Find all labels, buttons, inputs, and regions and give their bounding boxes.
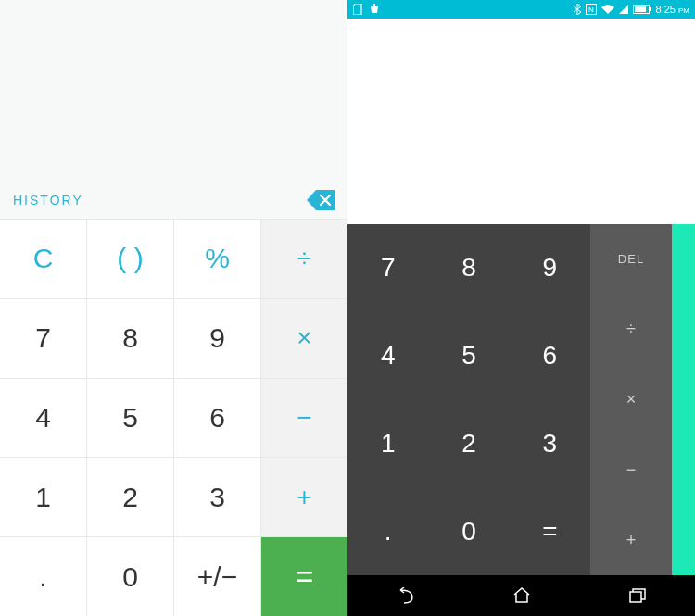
home-icon	[512, 587, 531, 604]
digit-4-key[interactable]: 4	[348, 312, 428, 400]
digit-0-key[interactable]: 0	[87, 537, 173, 616]
back-button[interactable]	[396, 587, 416, 604]
keypad-wrap: 7 8 9 4 5 6 1 2 3 . 0 = DEL ÷ × − +	[348, 224, 695, 575]
navigation-bar	[348, 575, 695, 616]
status-bar: N 8:25 PM	[348, 0, 695, 19]
keypad: C ( ) % ÷ 7 8 9 × 4 5 6 − 1 2 3 + . 0 +/…	[0, 219, 348, 616]
multiply-key[interactable]: ×	[590, 365, 672, 435]
divide-key[interactable]: ÷	[261, 220, 348, 298]
delete-key[interactable]: DEL	[590, 224, 672, 295]
svg-rect-3	[650, 7, 651, 11]
signal-icon	[619, 5, 628, 14]
decimal-key[interactable]: .	[348, 487, 428, 575]
nfc-icon: N	[586, 4, 597, 15]
digit-8-key[interactable]: 8	[428, 224, 509, 312]
bluetooth-icon	[574, 4, 581, 15]
download-icon	[369, 4, 380, 15]
negate-key[interactable]: +/−	[174, 537, 260, 616]
minus-key[interactable]: −	[261, 379, 348, 458]
digit-7-key[interactable]: 7	[348, 224, 428, 312]
decimal-key[interactable]: .	[0, 537, 86, 616]
home-button[interactable]	[512, 587, 531, 604]
right-calculator: N 8:25 PM 7 8 9 4 5 6 1 2 3 . 0 = DEL ÷ …	[348, 0, 695, 616]
digit-5-key[interactable]: 5	[87, 379, 173, 458]
recents-button[interactable]	[628, 587, 647, 604]
digit-6-key[interactable]: 6	[174, 379, 260, 458]
advanced-panel-handle[interactable]	[672, 224, 695, 575]
digit-1-key[interactable]: 1	[0, 458, 86, 536]
digit-0-key[interactable]: 0	[428, 487, 509, 575]
multiply-key[interactable]: ×	[261, 299, 348, 378]
minus-key[interactable]: −	[590, 434, 672, 505]
recents-icon	[628, 587, 647, 604]
svg-rect-4	[635, 6, 646, 12]
battery-icon	[633, 5, 651, 14]
svg-rect-5	[630, 592, 641, 602]
digit-7-key[interactable]: 7	[0, 299, 86, 378]
digit-4-key[interactable]: 4	[0, 379, 86, 458]
left-calculator: HISTORY C ( ) % ÷ 7 8 9 × 4 5 6 − 1 2 3 …	[0, 0, 348, 616]
clear-key[interactable]: C	[0, 220, 86, 298]
history-button[interactable]: HISTORY	[13, 193, 83, 207]
digit-9-key[interactable]: 9	[174, 299, 260, 378]
digit-3-key[interactable]: 3	[510, 400, 590, 488]
divide-key[interactable]: ÷	[590, 295, 672, 365]
digit-2-key[interactable]: 2	[87, 458, 173, 536]
plus-key[interactable]: +	[261, 458, 348, 536]
svg-text:N: N	[588, 6, 594, 14]
back-icon	[396, 587, 416, 604]
digit-5-key[interactable]: 5	[428, 312, 509, 400]
status-time: 8:25 PM	[656, 4, 689, 15]
display-area	[348, 19, 695, 224]
digit-2-key[interactable]: 2	[428, 400, 509, 488]
parens-key[interactable]: ( )	[87, 220, 173, 298]
percent-key[interactable]: %	[174, 220, 260, 298]
digit-8-key[interactable]: 8	[87, 299, 173, 378]
equals-key[interactable]: =	[261, 537, 348, 616]
display-area: HISTORY	[0, 0, 348, 219]
sdcard-icon	[353, 4, 363, 15]
digit-9-key[interactable]: 9	[510, 224, 590, 312]
digit-6-key[interactable]: 6	[510, 312, 590, 400]
backspace-button[interactable]	[307, 190, 335, 210]
backspace-icon	[307, 190, 335, 210]
digit-keypad: 7 8 9 4 5 6 1 2 3 . 0 =	[348, 224, 590, 575]
plus-key[interactable]: +	[590, 505, 672, 575]
wifi-icon	[601, 5, 614, 14]
digit-1-key[interactable]: 1	[348, 400, 428, 488]
equals-key[interactable]: =	[510, 487, 590, 575]
operator-column: DEL ÷ × − +	[590, 224, 672, 575]
digit-3-key[interactable]: 3	[174, 458, 260, 536]
